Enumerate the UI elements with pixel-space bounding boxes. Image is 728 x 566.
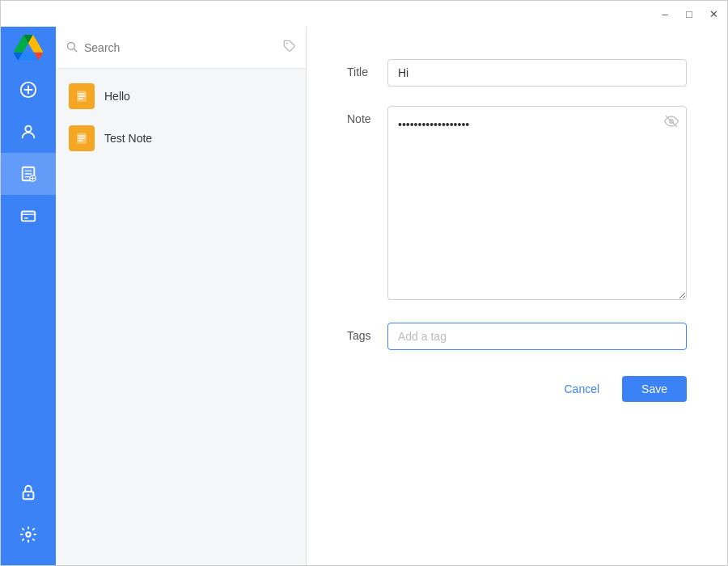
note-title-hello: Hello xyxy=(104,90,130,103)
title-input[interactable] xyxy=(387,59,687,87)
notes-panel: Hello Test Note xyxy=(56,27,307,565)
note-textarea[interactable]: •••••••••••••••••• xyxy=(387,106,687,300)
profile-icon xyxy=(19,123,37,141)
note-icon-hello xyxy=(69,83,95,109)
sidebar xyxy=(1,27,56,565)
notes-icon xyxy=(19,165,37,183)
tags-row: Tags xyxy=(347,323,687,350)
maximize-button[interactable]: □ xyxy=(682,6,696,21)
plus-icon xyxy=(19,81,37,99)
sidebar-item-notes[interactable] xyxy=(1,153,56,195)
svg-rect-11 xyxy=(22,212,36,222)
svg-point-15 xyxy=(28,494,30,496)
title-row: Title xyxy=(347,59,687,87)
title-label: Title xyxy=(347,59,387,78)
tags-label: Tags xyxy=(347,323,387,342)
eye-icon[interactable] xyxy=(664,114,679,132)
note-row: Note •••••••••••••••••• xyxy=(347,106,687,303)
tag-icon[interactable] xyxy=(283,40,296,56)
sidebar-item-lock[interactable] xyxy=(1,471,56,513)
note-label: Note xyxy=(347,106,387,125)
svg-line-18 xyxy=(74,49,76,51)
notes-list: Hello Test Note xyxy=(56,69,306,565)
close-button[interactable]: ✕ xyxy=(706,6,721,21)
sidebar-item-settings[interactable] xyxy=(1,513,56,555)
note-textarea-wrap: •••••••••••••••••• xyxy=(387,106,687,303)
svg-point-19 xyxy=(286,42,288,44)
cancel-button[interactable]: Cancel xyxy=(551,376,612,402)
detail-panel: Title Note •••••••••••••••••• Tags xyxy=(307,27,727,565)
app-body: Hello Test Note Title xyxy=(1,27,727,565)
sidebar-item-cards[interactable] xyxy=(1,195,56,237)
save-button[interactable]: Save xyxy=(622,376,687,402)
title-bar-controls: – □ ✕ xyxy=(658,6,721,21)
google-drive-icon xyxy=(14,33,43,62)
app-logo xyxy=(1,27,56,69)
note-title-test-note: Test Note xyxy=(104,132,152,145)
svg-point-16 xyxy=(26,532,31,537)
search-icon xyxy=(66,40,78,55)
note-item-hello[interactable]: Hello xyxy=(56,75,306,117)
search-bar xyxy=(56,27,306,69)
cards-icon xyxy=(19,207,37,225)
svg-point-3 xyxy=(25,126,31,132)
note-icon-test-note xyxy=(69,125,95,151)
sidebar-bottom xyxy=(1,471,56,565)
lock-icon xyxy=(19,484,37,501)
settings-icon xyxy=(19,526,37,543)
title-bar: – □ ✕ xyxy=(1,1,727,27)
detail-actions: Cancel Save xyxy=(347,376,687,402)
minimize-button[interactable]: – xyxy=(658,6,672,21)
tags-input[interactable] xyxy=(387,323,687,350)
sidebar-item-profile[interactable] xyxy=(1,111,56,153)
sidebar-item-add[interactable] xyxy=(1,69,56,111)
search-input[interactable] xyxy=(84,41,277,54)
note-item-test-note[interactable]: Test Note xyxy=(56,117,306,159)
